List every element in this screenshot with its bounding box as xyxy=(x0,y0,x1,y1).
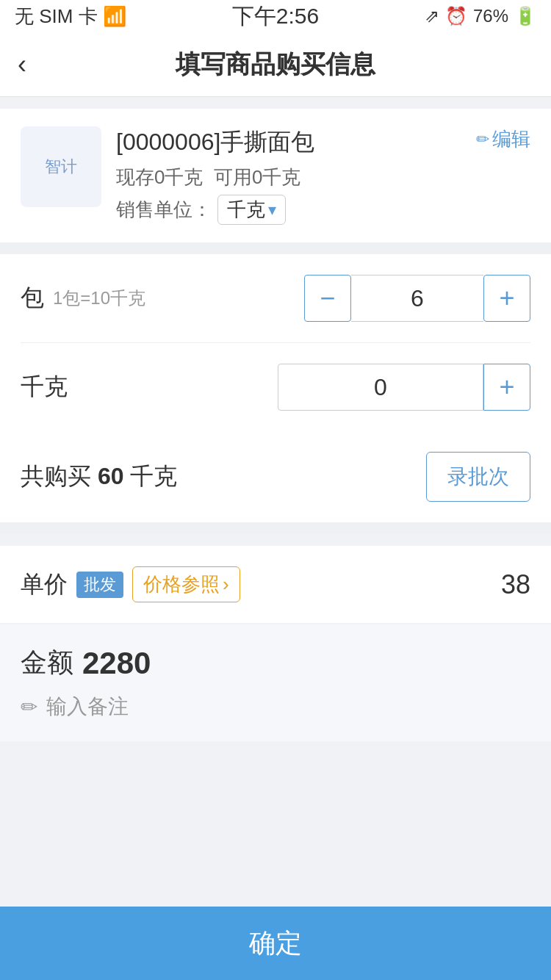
bao-minus-button[interactable]: − xyxy=(304,275,351,322)
battery-status: 76% xyxy=(473,6,508,26)
amount-value: 2280 xyxy=(82,646,151,681)
status-time: 下午2:56 xyxy=(232,1,319,32)
remark-placeholder: 输入备注 xyxy=(46,693,129,721)
remark-row[interactable]: ✏ 输入备注 xyxy=(21,693,530,721)
pifa-badge: 批发 xyxy=(76,572,123,598)
bao-stepper: − + xyxy=(304,275,530,322)
price-value: 38 xyxy=(501,569,530,600)
bao-plus-button[interactable]: + xyxy=(483,275,530,322)
total-row: 共购买 60 千克 录批次 xyxy=(0,431,551,522)
price-label: 单价 批发 价格参照 › xyxy=(21,566,240,602)
unit-select[interactable]: 千克 ▾ xyxy=(217,195,286,225)
alarm-icon: ⏰ xyxy=(445,6,467,26)
back-button[interactable]: ‹ xyxy=(18,49,26,80)
product-stock: 现存0千克 可用0千克 xyxy=(116,165,461,190)
status-left: 无 SIM 卡 📶 xyxy=(15,4,126,29)
amount-label: 金额 xyxy=(21,645,73,681)
bao-label: 包 1包=10千克 xyxy=(21,282,145,314)
amount-section: 金额 2280 ✏ 输入备注 xyxy=(0,624,551,741)
sim-status: 无 SIM 卡 📶 xyxy=(15,4,126,29)
product-unit-row: 销售单位： 千克 ▾ xyxy=(116,195,461,225)
product-image: 智计 xyxy=(21,126,101,207)
price-row: 单价 批发 价格参照 › 38 xyxy=(21,566,530,602)
confirm-button[interactable]: 确定 xyxy=(0,907,551,980)
remark-icon: ✏ xyxy=(21,695,37,719)
location-icon: ⇗ xyxy=(425,6,439,26)
section-divider-2 xyxy=(0,522,551,534)
page-title: 填写商品购买信息 xyxy=(176,48,375,82)
product-info: [0000006]手撕面包 现存0千克 可用0千克 销售单位： 千克 ▾ xyxy=(116,126,461,225)
batch-button[interactable]: 录批次 xyxy=(426,452,530,502)
nav-bar: ‹ 填写商品购买信息 xyxy=(0,32,551,97)
bao-row: 包 1包=10千克 − + xyxy=(21,254,530,343)
kg-plus-button[interactable]: + xyxy=(483,364,530,411)
bao-hint: 1包=10千克 xyxy=(53,287,145,310)
product-logo: 智计 xyxy=(45,156,77,178)
bao-input[interactable] xyxy=(351,275,483,322)
product-name: [0000006]手撕面包 xyxy=(116,126,461,159)
status-right: ⇗ ⏰ 76% 🔋 xyxy=(425,6,536,26)
kg-label: 千克 xyxy=(21,371,68,403)
price-section: 单价 批发 价格参照 › 38 xyxy=(0,546,551,623)
price-ref-button[interactable]: 价格参照 › xyxy=(132,566,240,602)
kg-row: 千克 + xyxy=(21,343,530,431)
kg-input[interactable] xyxy=(278,364,483,411)
edit-button[interactable]: ✏ 编辑 xyxy=(476,126,530,152)
amount-row: 金额 2280 xyxy=(21,645,530,681)
quantity-section: 包 1包=10千克 − + 千克 + xyxy=(0,254,551,431)
total-text: 共购买 60 千克 xyxy=(21,461,177,493)
section-divider-1 xyxy=(0,242,551,254)
kg-input-group: + xyxy=(278,364,530,411)
status-bar: 无 SIM 卡 📶 下午2:56 ⇗ ⏰ 76% 🔋 xyxy=(0,0,551,32)
battery-icon: 🔋 xyxy=(514,6,536,26)
product-card: 智计 [0000006]手撕面包 现存0千克 可用0千克 销售单位： 千克 ▾ … xyxy=(0,109,551,242)
